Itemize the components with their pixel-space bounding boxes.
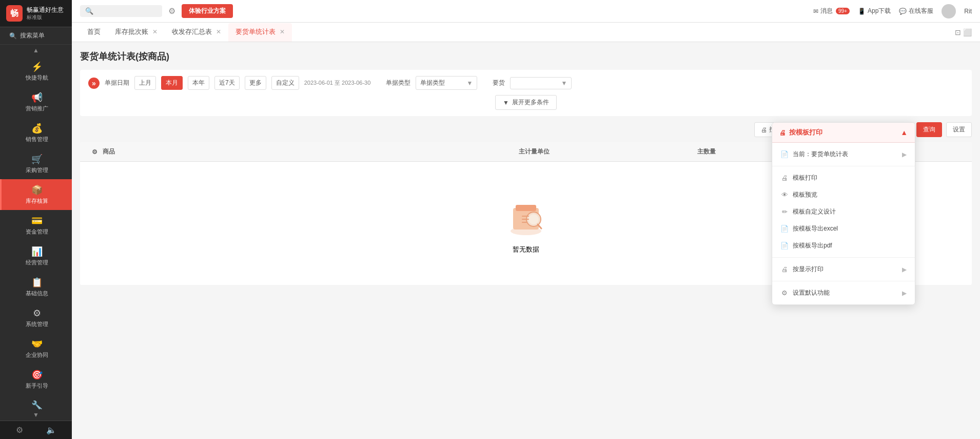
display-print-label: 按显示打印 (793, 265, 824, 274)
expand-more-btn[interactable]: ▼ 展开更多条件 (495, 95, 557, 110)
search-icon: 🔍 (9, 32, 17, 40)
sidebar-label-marketing: 营销推广 (26, 105, 48, 112)
order-status-arrow-icon: ▼ (561, 80, 567, 87)
order-status-select[interactable]: ▼ (510, 77, 572, 89)
expand-icon: ▼ (503, 99, 509, 106)
empty-text: 暂无数据 (513, 245, 539, 254)
date-btn-this-year[interactable]: 本年 (188, 76, 209, 90)
sidebar-item-quick-nav[interactable]: ⚡ 快捷导航 (0, 56, 72, 87)
sidebar-footer: ⚙ 🔈 (0, 421, 72, 439)
empty-icon (503, 193, 549, 239)
filter-expand-btn[interactable]: » (88, 78, 100, 89)
footer-settings-icon[interactable]: ⚙ (16, 425, 23, 435)
sidebar-item-app-center[interactable]: 🔧 应用中心 (0, 395, 72, 409)
basic-info-icon: 📋 (31, 277, 43, 288)
sidebar-item-cooperation[interactable]: 🤝 企业协同 (0, 333, 72, 364)
sidebar-label-inventory: 库存核算 (26, 197, 48, 205)
app-download-btn[interactable]: 📱 App下载 (858, 7, 891, 15)
tab-batch-account-close[interactable]: ✕ (152, 28, 158, 35)
sidebar-logo: 畅 畅赢通好生意 标准版 (0, 0, 72, 27)
online-service-btn[interactable]: 💬 在线客服 (899, 7, 933, 15)
avatar[interactable] (942, 4, 956, 18)
order-type-label: 单据类型 (386, 79, 410, 87)
sidebar-label-basic-info: 基础信息 (26, 290, 48, 297)
table-col-settings[interactable]: ⚙ (86, 148, 103, 156)
sidebar-label-cooperation: 企业协同 (26, 351, 48, 359)
sidebar-item-marketing[interactable]: 📢 营销推广 (0, 87, 72, 118)
dropdown-default-function[interactable]: ⚙ 设置默认功能 ▶ (772, 284, 915, 301)
sidebar-search[interactable]: 🔍 搜索菜单 (0, 27, 72, 45)
tab-order-stats-close[interactable]: ✕ (280, 28, 285, 35)
sidebar-label-guide: 新手引导 (26, 382, 48, 390)
sidebar-scroll-up[interactable]: ▲ (0, 45, 72, 56)
dropdown-section-current: 📄 当前：要货单统计表 ▶ (772, 143, 915, 166)
query-label: 查询 (923, 125, 935, 134)
template-print-icon: 🖨 (780, 174, 789, 182)
sidebar-item-operation[interactable]: 📊 经营管理 (0, 241, 72, 272)
message-btn[interactable]: ✉ 消息 99+ (813, 7, 850, 15)
topbar-search-input[interactable] (95, 8, 152, 15)
sidebar-item-basic-info[interactable]: 📋 基础信息 (0, 272, 72, 302)
sidebar-item-purchase[interactable]: 🛒 采购管理 (0, 148, 72, 179)
sidebar-label-sales: 销售管理 (26, 136, 48, 143)
table-col-quantity: 主数量 (620, 147, 793, 156)
sidebar-item-system[interactable]: ⚙ 系统管理 (0, 302, 72, 333)
query-btn[interactable]: 查询 (916, 122, 942, 137)
tab-order-stats-label: 要货单统计表 (236, 27, 276, 36)
settings-btn[interactable]: 设置 (946, 122, 972, 137)
template-design-icon: ✏ (780, 208, 789, 216)
date-btn-more[interactable]: 更多 (245, 76, 266, 90)
expand-label: 展开更多条件 (512, 98, 549, 107)
dropdown-template-preview[interactable]: 👁 模板预览 (772, 186, 915, 203)
date-btn-last-month[interactable]: 上月 (134, 76, 156, 90)
tab-home[interactable]: 首页 (80, 23, 108, 42)
tab-batch-account[interactable]: 库存批次账 ✕ (108, 23, 165, 42)
default-function-arrow-icon: ▶ (902, 290, 907, 297)
default-function-label: 设置默认功能 (793, 289, 830, 297)
inventory-icon: 📦 (31, 184, 43, 196)
order-type-select[interactable]: 单据类型 ▼ (416, 76, 477, 90)
template-design-label: 模板自定义设计 (793, 207, 836, 216)
sidebar-item-sales[interactable]: 💰 销售管理 (0, 118, 72, 148)
finance-icon: 💳 (31, 215, 43, 226)
tab-receipt-summary[interactable]: 收发存汇总表 ✕ (165, 23, 228, 42)
print-dropdown-title-icon: 🖨 (779, 129, 786, 137)
trial-btn[interactable]: 体验行业方案 (182, 4, 233, 18)
tab-bar: 首页 库存批次账 ✕ 收发存汇总表 ✕ 要货单统计表 ✕ ⊡ ⬜ (72, 23, 980, 42)
dropdown-section-default: ⚙ 设置默认功能 ▶ (772, 281, 915, 304)
purchase-icon: 🛒 (31, 154, 43, 165)
date-btn-custom[interactable]: 自定义 (271, 76, 299, 90)
date-btn-this-month[interactable]: 本月 (161, 76, 183, 90)
dropdown-current-template[interactable]: 📄 当前：要货单统计表 ▶ (772, 146, 915, 163)
sidebar-item-finance[interactable]: 💳 资金管理 (0, 210, 72, 241)
dropdown-template-export-excel[interactable]: 📄 按模板导出excel (772, 220, 915, 237)
tab-receipt-summary-close[interactable]: ✕ (216, 28, 221, 35)
print-dropdown: 🖨 按模板打印 ▲ 📄 当前：要货单统计表 ▶ (772, 122, 915, 305)
tab-expand-btn[interactable]: ⊡ ⬜ (955, 28, 972, 36)
sidebar-search-label: 搜索菜单 (20, 31, 45, 40)
tab-order-stats[interactable]: 要货单统计表 ✕ (228, 23, 292, 42)
topbar: 🔍 ⚙ 体验行业方案 ✉ 消息 99+ 📱 App下载 💬 在线客服 Rit (72, 0, 980, 23)
display-print-icon: 🖨 (780, 265, 789, 273)
table-col-unit: 主计量单位 (448, 147, 620, 156)
dropdown-template-print[interactable]: 🖨 模板打印 (772, 169, 915, 186)
date-btn-last-7-days[interactable]: 近7天 (214, 76, 240, 90)
sidebar-item-guide[interactable]: 🎯 新手引导 (0, 364, 72, 395)
system-icon: ⚙ (33, 308, 41, 319)
dropdown-template-export-pdf[interactable]: 📄 按模板导出pdf (772, 237, 915, 254)
tab-receipt-summary-label: 收发存汇总表 (172, 27, 212, 36)
print-dropdown-collapse-icon[interactable]: ▲ (900, 128, 908, 137)
quick-nav-icon: ⚡ (31, 61, 43, 72)
topbar-gear-icon[interactable]: ⚙ (168, 6, 175, 16)
app-name: 畅赢通好生意 (27, 6, 64, 14)
guide-icon: 🎯 (31, 369, 43, 380)
sidebar-item-inventory[interactable]: 📦 库存核算 (0, 179, 72, 210)
dropdown-display-print[interactable]: 🖨 按显示打印 ▶ (772, 261, 915, 278)
dropdown-template-design[interactable]: ✏ 模板自定义设计 (772, 203, 915, 220)
topbar-search-box[interactable]: 🔍 (80, 5, 162, 17)
app-logo-icon: 畅 (6, 5, 23, 22)
main-area: 🔍 ⚙ 体验行业方案 ✉ 消息 99+ 📱 App下载 💬 在线客服 Rit (72, 0, 980, 439)
current-template-arrow-icon: ▶ (902, 151, 907, 158)
sidebar-scroll-down[interactable]: ▼ (0, 409, 72, 421)
footer-speaker-icon[interactable]: 🔈 (46, 425, 56, 435)
